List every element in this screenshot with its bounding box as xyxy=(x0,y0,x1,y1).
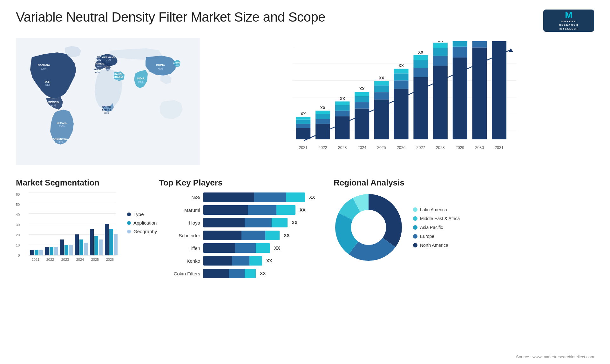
legend-geography-label: Geography xyxy=(133,229,157,234)
page-container: Variable Neutral Density Filter Market S… xyxy=(0,0,610,364)
svg-text:2031: 2031 xyxy=(495,145,504,150)
svg-text:xx%: xx% xyxy=(45,83,50,86)
svg-text:BRAZIL: BRAZIL xyxy=(57,121,67,125)
player-value-nisi: XX xyxy=(309,195,315,200)
bottom-grid: Market Segmentation 60 50 40 30 20 10 0 xyxy=(16,178,594,278)
legend-type-label: Type xyxy=(133,212,144,217)
svg-rect-90 xyxy=(453,47,467,57)
svg-rect-43 xyxy=(296,120,310,124)
content-grid: CANADA xx% U.S. xx% MEXICO xx% U.K. xx% … xyxy=(16,38,594,278)
y-label-40: 40 xyxy=(16,213,20,217)
svg-text:XX: XX xyxy=(301,112,306,116)
svg-text:ARABIA: ARABIA xyxy=(113,76,123,78)
regional-legend: Latin America Middle East & Africa Asia … xyxy=(413,207,460,248)
player-bar-marumi: XX xyxy=(203,205,324,215)
svg-rect-79 xyxy=(413,60,428,68)
seg-chart-svg: 2021 2022 2023 2024 2025 2026 xyxy=(29,192,118,262)
player-name-hoya: Hoya xyxy=(159,220,200,226)
svg-rect-95 xyxy=(472,41,487,47)
svg-rect-50 xyxy=(315,111,330,114)
latin-america-dot xyxy=(413,207,417,212)
svg-text:xx%: xx% xyxy=(58,140,63,143)
middle-east-label: Middle East & Africa xyxy=(420,216,460,221)
svg-text:MEXICO: MEXICO xyxy=(48,101,59,104)
map-section: CANADA xx% U.S. xx% MEXICO xx% U.K. xx% … xyxy=(16,38,200,172)
seg-legend: Type Application Geography xyxy=(127,192,157,234)
y-label-10: 10 xyxy=(16,243,20,247)
svg-text:xx%: xx% xyxy=(95,71,99,74)
svg-rect-98 xyxy=(492,41,506,139)
svg-rect-78 xyxy=(413,68,428,77)
player-name-nisi: NiSi xyxy=(159,195,200,200)
svg-text:XX: XX xyxy=(379,76,384,80)
svg-text:xx%: xx% xyxy=(51,104,56,107)
svg-text:xx%: xx% xyxy=(104,111,109,114)
svg-rect-71 xyxy=(394,89,409,139)
donut-chart-svg xyxy=(334,192,403,262)
svg-text:xx%: xx% xyxy=(116,78,120,81)
player-bar-tiffen: XX xyxy=(203,243,324,253)
svg-text:2022: 2022 xyxy=(46,258,54,261)
svg-text:CHINA: CHINA xyxy=(156,64,165,67)
north-america-dot xyxy=(413,243,417,247)
svg-text:2023: 2023 xyxy=(338,145,347,150)
player-row-schneider: Schneider XX xyxy=(159,231,324,240)
y-label-60: 60 xyxy=(16,192,20,196)
svg-text:xx%: xx% xyxy=(95,58,100,61)
player-row-marumi: Marumi XX xyxy=(159,205,324,215)
player-value-cokin: XX xyxy=(260,271,266,276)
players-title: Top Key Players xyxy=(159,178,324,188)
svg-rect-85 xyxy=(433,48,448,56)
svg-rect-66 xyxy=(374,92,389,99)
player-value-marumi: XX xyxy=(300,207,306,212)
north-america-label: North America xyxy=(420,243,448,248)
svg-rect-61 xyxy=(355,96,369,102)
player-row-nisi: NiSi XX xyxy=(159,192,324,202)
svg-text:XX: XX xyxy=(320,106,326,110)
svg-rect-53 xyxy=(335,116,350,139)
svg-rect-41 xyxy=(296,128,310,139)
regional-section: Regional Analysis xyxy=(334,178,594,278)
svg-rect-65 xyxy=(374,99,389,139)
svg-rect-116 xyxy=(64,245,68,255)
player-row-tiffen: Tiffen XX xyxy=(159,243,324,253)
svg-text:AFRICA: AFRICA xyxy=(102,109,111,111)
svg-rect-83 xyxy=(433,66,448,139)
logo-box: M MARKET RESEARCH INTELLECT xyxy=(543,10,594,32)
svg-text:ITALY: ITALY xyxy=(105,65,112,68)
svg-text:2021: 2021 xyxy=(32,258,39,261)
europe-dot xyxy=(413,234,417,239)
svg-text:FRANCE: FRANCE xyxy=(94,62,105,65)
svg-rect-112 xyxy=(45,247,49,255)
header: Variable Neutral Density Filter Market S… xyxy=(16,10,594,32)
svg-rect-94 xyxy=(472,47,487,139)
svg-rect-117 xyxy=(69,245,73,255)
player-value-hoya: XX xyxy=(292,220,298,225)
svg-rect-60 xyxy=(355,102,369,108)
y-label-0: 0 xyxy=(18,253,20,257)
svg-rect-54 xyxy=(335,111,350,116)
player-name-tiffen: Tiffen xyxy=(159,246,200,251)
svg-text:CANADA: CANADA xyxy=(38,64,50,67)
svg-rect-84 xyxy=(433,56,448,66)
player-bar-schneider: XX xyxy=(203,231,324,240)
legend-application-dot xyxy=(127,221,131,225)
svg-rect-110 xyxy=(35,250,38,255)
svg-rect-72 xyxy=(394,80,409,89)
svg-text:xx%: xx% xyxy=(97,65,101,68)
legend-application-label: Application xyxy=(133,220,157,226)
svg-text:xx%: xx% xyxy=(105,68,110,71)
svg-text:2022: 2022 xyxy=(318,145,327,150)
svg-rect-123 xyxy=(99,239,103,255)
player-bar-hoya: XX xyxy=(203,218,324,227)
legend-geography-dot xyxy=(127,230,131,233)
svg-rect-118 xyxy=(75,234,79,255)
donut-area: Latin America Middle East & Africa Asia … xyxy=(334,192,594,262)
player-bar-cokin: XX xyxy=(203,269,324,278)
svg-text:ARGENTINA: ARGENTINA xyxy=(53,138,68,140)
player-row-cokin: Cokin Filters XX xyxy=(159,269,324,278)
source-text: Source : www.marketresearchintellect.com xyxy=(516,354,594,359)
svg-rect-48 xyxy=(315,119,330,124)
asia-pacific-label: Asia Pacific xyxy=(420,225,443,230)
legend-latin-america: Latin America xyxy=(413,207,460,212)
